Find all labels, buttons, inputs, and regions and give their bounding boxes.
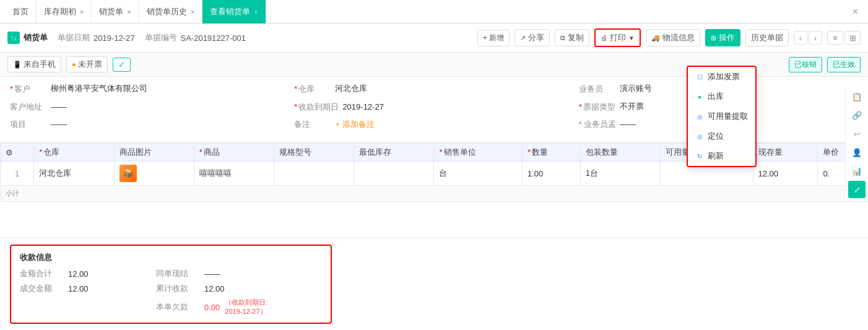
tab-view-sales[interactable]: 查看销货单 × — [202, 0, 266, 24]
row-product-img: 📦 — [114, 162, 194, 186]
sold-out-badge: 已核销 — [789, 57, 822, 72]
row-min-stock — [354, 162, 434, 186]
document-title: ↑↓ 销货单 — [7, 32, 48, 44]
add-note-button[interactable]: + 添加备注 — [335, 119, 374, 130]
note-field: 备注 + 添加备注 — [294, 119, 573, 130]
customer-value: 柳州粤港平安气体有限公司 — [51, 83, 147, 95]
nav-arrows: ‹ › — [794, 31, 822, 45]
col-product-img: 商品图片 — [114, 144, 194, 162]
row-quantity: 1.00 — [522, 162, 580, 186]
document-header: ↑↓ 销货单 单据日期 2019-12-27 单据编号 SA-20191227-… — [0, 24, 868, 53]
locate-icon: ◎ — [695, 132, 704, 141]
subtotal-row: 小计 — [1, 186, 868, 202]
address-value: —— — [51, 102, 67, 112]
total-amount-item: 金额合计 12.00 — [20, 268, 144, 279]
doc-type-label: 销货单 — [24, 32, 48, 43]
history-button[interactable]: 历史单据 — [745, 29, 789, 46]
logistics-button[interactable]: 🚚 物流信息 — [646, 29, 700, 46]
col-warehouse: 仓库 — [34, 144, 114, 162]
doc-number-meta: 单据编号 SA-20191227-001 — [145, 32, 246, 43]
outbound-icon: ● — [695, 92, 704, 101]
tab-home[interactable]: 首页 — [5, 0, 37, 24]
row-spec — [274, 162, 354, 186]
project-value: —— — [51, 119, 67, 129]
sidebar-icon-5[interactable]: 📊 — [848, 162, 866, 180]
col-quantity: 数量 — [522, 144, 580, 162]
cumulative-value: 12.00 — [204, 284, 225, 293]
doc-type-icon: ↑↓ — [7, 32, 20, 44]
col-min-stock: 最低库存 — [354, 144, 434, 162]
warehouse-value: 河北仓库 — [335, 83, 367, 95]
available-pick-icon: ◎ — [695, 112, 704, 121]
number-value: SA-20191227-001 — [181, 33, 246, 43]
share-button[interactable]: ↗ 分享 — [514, 29, 550, 46]
col-current-stock: 现存量 — [753, 144, 818, 162]
add-invoice-icon: ☐ — [695, 72, 704, 81]
balance-note: （收款到期日: 2019-12-27） — [225, 298, 280, 316]
sidebar-icon-2[interactable]: 🔗 — [848, 106, 866, 124]
not-open-button[interactable]: ● 未开票 — [66, 56, 108, 72]
col-product: 商品 — [194, 144, 274, 162]
refresh-item[interactable]: ↻ 刷新 — [688, 146, 755, 166]
close-view-sales[interactable]: × — [254, 8, 258, 15]
effective-badge: 已生效 — [827, 57, 861, 72]
warehouse-field: *仓库 河北仓库 — [294, 83, 573, 95]
staff-value: 演示账号 — [620, 83, 652, 95]
tab-sales-history[interactable]: 销货单历史 × — [139, 0, 202, 24]
operations-dropdown: ☐ 添加发票 ● 出库 ◎ 可用量提取 ◎ 定位 ↻ 刷新 — [687, 66, 757, 167]
close-sales-history[interactable]: × — [191, 8, 194, 15]
close-sales-order[interactable]: × — [127, 8, 131, 15]
main-content: ↑↓ 销货单 单据日期 2019-12-27 单据编号 SA-20191227-… — [0, 24, 868, 330]
close-inventory-init[interactable]: × — [80, 8, 84, 15]
same-order-item: 同单现结 —— — [156, 268, 280, 279]
payment-info: 收款信息 金额合计 12.00 同单现结 —— 成交金额 12.00 — [10, 245, 332, 324]
sidebar-icon-expand[interactable]: ⤢ — [848, 181, 866, 198]
list-view-button[interactable]: ≡ — [827, 31, 843, 45]
operations-button[interactable]: ⊞ 操作 — [705, 29, 740, 46]
locate-item[interactable]: ◎ 定位 — [688, 126, 755, 146]
same-order-value: —— — [204, 269, 220, 279]
from-phone-button[interactable]: 📱 来自手机 — [7, 56, 61, 72]
ticket-type-value: 不开票 — [620, 101, 644, 113]
sidebar-icon-1[interactable]: 📋 — [848, 88, 866, 105]
grid-view-button[interactable]: ⊞ — [844, 31, 861, 45]
balance-value: 0.00 — [204, 303, 220, 312]
payment-grid: 金额合计 12.00 同单现结 —— 成交金额 12.00 累计收款 12.00 — [20, 268, 322, 316]
balance-item: 本单欠款 0.00 （收款到期日: 2019-12-27） — [156, 298, 280, 316]
row-warehouse: 河北仓库 — [34, 162, 114, 186]
payment-date-field: *收款到期日 2019-12-27 — [294, 102, 573, 113]
cumulative-item: 累计收款 12.00 — [156, 283, 280, 294]
number-label: 单据编号 — [145, 32, 177, 43]
col-sales-unit: 销售单位 — [434, 144, 522, 162]
next-record-button[interactable]: › — [809, 31, 822, 45]
confirm-button[interactable]: ✓ — [113, 58, 131, 72]
prev-record-button[interactable]: ‹ — [794, 31, 807, 45]
transaction-item: 成交金额 12.00 — [20, 283, 144, 294]
doc-date-meta: 单据日期 2019-12-27 — [58, 32, 135, 43]
tab-bar: 首页 库存期初 × 销货单 × 销货单历史 × 查看销货单 × × — [0, 0, 868, 24]
print-button[interactable]: 🖨 打印 ▼ — [594, 28, 641, 47]
tab-inventory-init[interactable]: 库存期初 × — [37, 0, 92, 24]
copy-button[interactable]: ⧉ 复制 — [555, 29, 589, 46]
col-pack-qty: 包装数量 — [580, 144, 660, 162]
payment-date-value: 2019-12-27 — [342, 102, 384, 112]
table-body: 1 河北仓库 📦 嘻嘻嘻嘻 台 1.00 1台 12.00 0. — [1, 162, 868, 202]
sales-staff-value: —— — [620, 119, 636, 129]
available-pick-item[interactable]: ◎ 可用量提取 — [688, 106, 755, 126]
row-current-stock: 12.00 — [753, 162, 818, 186]
add-invoice-item[interactable]: ☐ 添加发票 — [688, 67, 755, 87]
customer-field: *客户 柳州粤港平安气体有限公司 — [10, 83, 289, 95]
sidebar-icon-3[interactable]: ↩ — [848, 125, 866, 142]
sidebar-icon-4[interactable]: 👤 — [848, 144, 866, 161]
col-settings[interactable]: ⚙ — [1, 144, 34, 162]
tab-sales-order[interactable]: 销货单 × — [92, 0, 139, 24]
total-amount-value: 12.00 — [68, 269, 89, 279]
row-number: 1 — [1, 162, 34, 186]
col-spec: 规格型号 — [274, 144, 354, 162]
outbound-item[interactable]: ● 出库 — [688, 87, 755, 106]
right-sidebar: 📋 🔗 ↩ 👤 📊 ⤢ — [845, 85, 868, 201]
global-close-button[interactable]: × — [848, 6, 863, 17]
row-pack-qty: 1台 — [580, 162, 660, 186]
new-button[interactable]: + 新增 — [477, 30, 510, 46]
refresh-icon: ↻ — [695, 152, 704, 160]
